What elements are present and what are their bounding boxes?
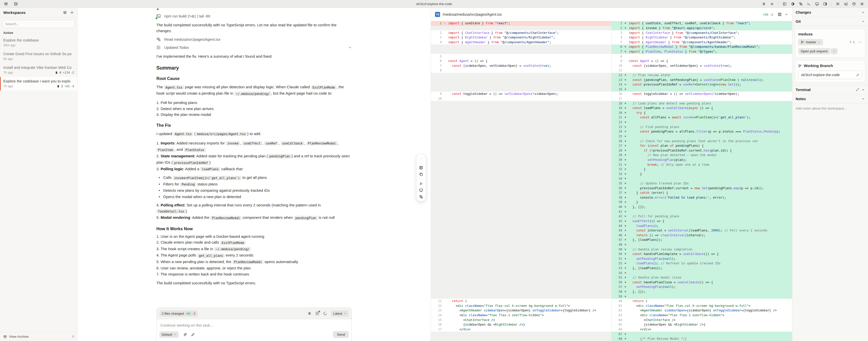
diff-line: 7+import { PlanItem, PlanStatus } from "…: [612, 49, 792, 54]
diff-file-path: /medusa/medusa/src/pages/Agent.tsx: [443, 12, 502, 17]
play-icon[interactable]: [419, 182, 423, 186]
contrast-icon[interactable]: [791, 2, 795, 6]
latest-dropdown[interactable]: Latest: [331, 310, 349, 317]
list-item: 3. Display the plan review modal: [156, 112, 352, 118]
pr-options-button[interactable]: [831, 48, 838, 54]
search-input[interactable]: [3, 20, 75, 28]
changes-section-header[interactable]: Changes: [792, 8, 868, 17]
chat-paragraph: The build completed successfully with no…: [156, 22, 352, 34]
caret-down-icon: [862, 97, 865, 100]
message-input[interactable]: [160, 323, 349, 328]
help-icon[interactable]: [852, 2, 856, 6]
todos-status-icon[interactable]: [315, 311, 319, 315]
git-compare-icon[interactable]: [799, 2, 803, 6]
diff-line: [431, 238, 611, 242]
list-item: 1. User is on the Agent page with a Dock…: [156, 234, 352, 240]
pause-icon[interactable]: [762, 2, 766, 6]
tool-call-row[interactable]: npm run build 2>&1 | tail -80: [156, 14, 352, 19]
workspace-search-wrap: [0, 18, 77, 29]
panel-right-icon[interactable]: [823, 2, 827, 6]
conversation-pane: npm run build 2>&1 | tail -80The build c…: [78, 8, 431, 341]
dots-icon[interactable]: [419, 156, 423, 160]
attach-icon[interactable]: [183, 333, 187, 337]
gear-icon[interactable]: [860, 2, 864, 6]
workspace-item[interactable]: Create Good First Issues on Github So po…: [0, 50, 77, 63]
diff-line: 9const Agent = () => {: [612, 59, 792, 63]
workspace-item[interactable]: Explore the codebase35m ago: [0, 36, 77, 50]
caret-down-icon: [862, 20, 865, 23]
file-count: 4: [59, 71, 61, 74]
diff-line: [431, 176, 611, 181]
files-changed-chip[interactable]: 2 files changed +61 -3: [159, 310, 198, 317]
files-changed-label: 2 files changed: [162, 312, 184, 315]
diff-line: [431, 275, 611, 280]
git-compare-icon[interactable]: [419, 195, 423, 199]
caret-right-icon: [862, 11, 865, 14]
diff-toggle-icon[interactable]: [419, 166, 423, 170]
panel-left-icon[interactable]: [783, 2, 786, 6]
branch-selector[interactable]: master: [798, 39, 823, 45]
diff-line: 52+ loadPlans(); // Refresh to update tr…: [612, 261, 792, 266]
notes-placeholder[interactable]: Add notes about this workspace...: [792, 103, 868, 113]
diff-line: 48+: [612, 242, 792, 247]
diff-line: 5: [431, 54, 611, 59]
chevron-down-icon[interactable]: [348, 46, 352, 49]
diff-line: 14+ const previousPlanIdsRef = useRef<Se…: [612, 82, 792, 87]
expand-icon[interactable]: [856, 88, 859, 91]
diff-line: 36+ previousPlanIdsRef.current = new Set…: [612, 186, 792, 190]
monitor-icon[interactable]: [815, 2, 819, 6]
diff-line: [431, 285, 611, 289]
open-pull-request-button[interactable]: Open pull request: [798, 48, 830, 54]
inline-code: pendingPlan: [294, 216, 317, 220]
tool-call-row[interactable]: Read medusa/src/pages/Agent.tsx: [156, 37, 352, 42]
spinner-icon: [323, 311, 327, 315]
workspace-item[interactable]: Explore the codebase I want you to explo…: [0, 77, 77, 91]
list-item: Calls invoke<PlanItem[]>('get_all_plans'…: [156, 175, 352, 181]
mode-dropdown[interactable]: Default: [159, 331, 179, 338]
conversation-content: npm run build 2>&1 | tail -80The build c…: [156, 8, 352, 286]
layers-icon[interactable]: [63, 11, 67, 14]
diff-view-toggle-icon[interactable]: [778, 12, 782, 17]
diff-line: 12 <div className="flex flex-col h-scree…: [431, 304, 611, 308]
working-branch-field[interactable]: vk/3ccf-explore-the-code: [798, 70, 862, 79]
panel-collapse-icon[interactable]: [14, 2, 18, 6]
sparkle-icon[interactable]: [307, 311, 312, 315]
view-archive-button[interactable]: View Archive 0: [0, 332, 77, 341]
chat-paragraph: I updated Agent.tsx (medusa/src/pages/Ag…: [156, 131, 352, 137]
menu-icon[interactable]: [836, 2, 840, 6]
diff-line: [431, 26, 611, 31]
git-section-header[interactable]: Git: [792, 17, 868, 26]
plus-icon[interactable]: [70, 11, 74, 14]
diff-line: 4import { AgentHeader } from "@/componen…: [431, 40, 611, 44]
send-button[interactable]: Send: [333, 331, 349, 338]
diff-line: [431, 209, 611, 214]
diff-line: 6+import { PlanReviewModal } from "@/com…: [612, 44, 792, 49]
diff-line: 50+ const handlePlanComplete = useCallba…: [612, 252, 792, 256]
diff-line: 51+ setPendingPlan(null);: [612, 256, 792, 261]
megaphone-icon[interactable]: [844, 2, 848, 6]
copy-icon[interactable]: [419, 172, 423, 176]
notes-section-header[interactable]: Notes: [792, 94, 868, 103]
composer: 2 files changed +61 -3 Latest: [156, 308, 352, 341]
list-item: Opens the modal when a new plan is detec…: [156, 194, 352, 200]
diff-line: [431, 271, 611, 275]
composer-input-row: [157, 319, 351, 329]
more-options-icon[interactable]: [858, 40, 862, 44]
diff-line: [431, 115, 611, 120]
terminal-icon[interactable]: [807, 2, 811, 6]
collapse-diff-icon[interactable]: [785, 13, 788, 16]
diff-line: 35+ // Update tracked plan IDs: [612, 181, 792, 186]
archive-icon[interactable]: [4, 2, 8, 6]
chevrons-up-icon[interactable]: [770, 2, 774, 6]
workspace-item[interactable]: Install and integrate Vibe Kanban Web Co…: [0, 63, 77, 77]
chat-paragraph: The build completed successfully with no…: [156, 280, 352, 286]
annotate-icon[interactable]: [191, 333, 195, 337]
terminal-section-header[interactable]: Terminal: [792, 85, 868, 94]
titlebar-right-icons: [762, 2, 864, 6]
tool-call-row[interactable]: Updated Todos: [156, 45, 352, 50]
list-item: 1. Poll for pending plans: [156, 100, 352, 106]
diff-line: 22+: [612, 120, 792, 125]
diff-line: [431, 158, 611, 162]
monitor-icon[interactable]: [419, 188, 423, 192]
diff-line: 44+ loadPlans();: [612, 223, 792, 228]
